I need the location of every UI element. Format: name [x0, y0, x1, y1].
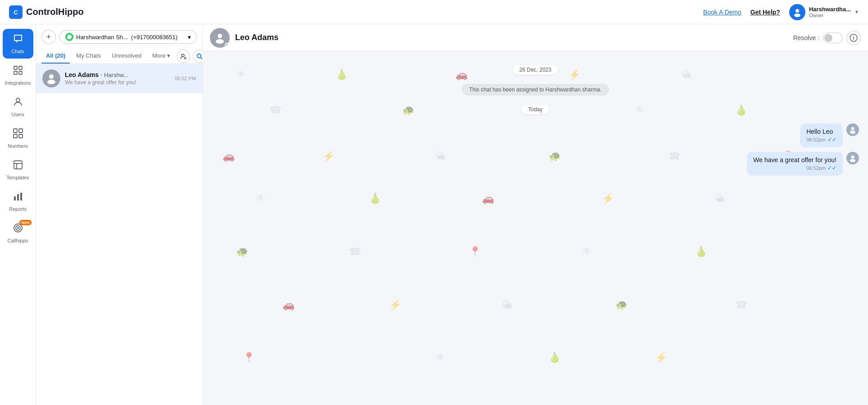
- header-right: Book A Demo Get Help? Harshwardha... Own…: [703, 4, 859, 20]
- chat-list-item[interactable]: Leo Adams › Harshw... We have a great of…: [36, 64, 202, 93]
- number-selector[interactable]: Harshwardhan Sh... (+917000083651) ▾: [59, 30, 197, 44]
- bg-icon: 🍐: [695, 246, 707, 258]
- svg-point-28: [47, 80, 55, 84]
- number-selector-chevron: ▾: [188, 34, 191, 41]
- chat-list-panel: + Harshwardhan Sh... (+917000083651) ▾ A…: [36, 24, 203, 405]
- user-profile-menu[interactable]: Harshwardha... Owner ▼: [789, 4, 859, 20]
- svg-rect-4: [14, 66, 17, 69]
- sidebar-item-integrations[interactable]: Integrations: [3, 60, 33, 90]
- whatsapp-icon: [65, 33, 73, 41]
- chat-arrow-icon: ›: [100, 72, 102, 78]
- left-nav: Chats Integrations Users: [0, 24, 36, 405]
- bg-icon: ☎: [349, 246, 361, 258]
- main-layout: Chats Integrations Users: [0, 24, 868, 405]
- message-bubble: Hello Leo 06:52pm ✓✓: [800, 123, 843, 147]
- sidebar-item-reports[interactable]: Reports: [3, 187, 33, 216]
- svg-rect-11: [14, 134, 17, 138]
- chat-window-header: Leo Adams Resolve : i: [203, 24, 868, 51]
- sender-avatar: [846, 123, 859, 136]
- system-bubble: This chat has been assigned to Harshward…: [462, 84, 609, 96]
- resolve-toggle[interactable]: [823, 32, 843, 43]
- outgoing-message-row: Hello Leo 06:52pm ✓✓: [212, 123, 859, 147]
- get-help-link[interactable]: Get Help?: [750, 9, 780, 16]
- chats-icon: [13, 33, 23, 47]
- templates-label: Templates: [6, 175, 29, 180]
- add-chat-button[interactable]: +: [41, 30, 56, 44]
- user-info: Harshwardha... Owner: [809, 6, 851, 18]
- chat-window: Leo Adams Resolve : i 👁 🍐: [203, 24, 868, 405]
- user-avatar: [789, 4, 805, 20]
- chat-contact-name: Leo Adams: [65, 71, 99, 78]
- sidebar-item-templates[interactable]: Templates: [3, 155, 33, 185]
- top-header: C ControlHippo Book A Demo Get Help? Har…: [0, 0, 868, 24]
- svg-line-26: [201, 57, 203, 59]
- svg-text:i: i: [853, 35, 854, 41]
- bg-icon: 👁: [256, 193, 266, 205]
- svg-rect-17: [17, 194, 19, 200]
- tab-all[interactable]: All (20): [41, 49, 70, 64]
- date-divider: 26 Dec, 2023: [212, 65, 859, 75]
- message-text-2: We have a great offer for you!: [753, 156, 836, 164]
- bg-icon: 🚗: [482, 193, 494, 205]
- svg-rect-7: [19, 71, 22, 74]
- svg-point-21: [17, 227, 19, 229]
- outgoing-message-row-2: We have a great offer for you! 06:52pm ✓…: [212, 152, 859, 176]
- users-icon: [13, 96, 23, 110]
- svg-point-2: [795, 9, 799, 13]
- bg-icon: ⚡: [655, 352, 667, 364]
- bg-icon: 🐢: [236, 246, 248, 258]
- svg-point-8: [16, 98, 20, 102]
- message-bubble-2: We have a great offer for you! 06:52pm ✓…: [747, 152, 843, 176]
- contact-name: Leo Adams: [235, 33, 788, 42]
- tab-more[interactable]: More ▾: [148, 49, 175, 64]
- resolve-area: Resolve : i: [793, 31, 861, 45]
- today-divider: Today: [212, 105, 859, 114]
- date-badge: 26 Dec, 2023: [513, 65, 558, 75]
- add-member-button[interactable]: [177, 50, 190, 63]
- reports-icon: [13, 191, 23, 205]
- svg-rect-9: [14, 129, 17, 132]
- numbers-label: Numbers: [8, 143, 28, 149]
- message-time: 06:52pm: [806, 137, 826, 142]
- avatar-placeholder: [42, 69, 60, 87]
- chat-list-top: + Harshwardhan Sh... (+917000083651) ▾: [41, 30, 197, 44]
- svg-point-36: [850, 159, 855, 162]
- contact-status-dot: [225, 43, 229, 47]
- svg-point-35: [851, 155, 854, 159]
- chat-messages[interactable]: 👁 🍐 🚗 ⚡ 🌥 ☎ 🐢 📍 👁 🍐 🚗 ⚡ 🌥 🐢 ☎ 📍 👁 🍐 🚗: [203, 51, 868, 405]
- bg-icon: 📍: [469, 246, 481, 258]
- svg-rect-5: [19, 66, 22, 69]
- svg-point-27: [49, 74, 54, 79]
- tab-actions: [177, 50, 206, 63]
- message-text: Hello Leo: [806, 128, 836, 135]
- chat-name-row: Leo Adams › Harshw...: [65, 71, 170, 78]
- tab-unresolved[interactable]: Unresolved: [107, 49, 146, 64]
- svg-point-3: [794, 14, 800, 17]
- svg-point-30: [216, 39, 224, 44]
- app-logo-icon: C: [9, 5, 23, 19]
- toggle-knob: [824, 34, 832, 42]
- bg-icon: 🍐: [549, 352, 561, 364]
- book-demo-link[interactable]: Book A Demo: [703, 9, 741, 16]
- svg-point-34: [850, 131, 855, 134]
- info-button[interactable]: i: [846, 31, 861, 45]
- chat-info: Leo Adams › Harshw... We have a great of…: [65, 71, 170, 86]
- svg-text:C: C: [14, 9, 18, 16]
- logo-area: C ControlHippo: [9, 5, 84, 19]
- svg-point-33: [851, 127, 854, 130]
- sidebar-item-chats[interactable]: Chats: [3, 29, 33, 59]
- integrations-icon: [13, 65, 23, 78]
- svg-rect-10: [19, 129, 23, 132]
- bg-icon: ☎: [735, 299, 747, 311]
- templates-icon: [13, 159, 23, 173]
- messages-content: 26 Dec, 2023 This chat has been assigned…: [212, 60, 859, 176]
- sidebar-item-users[interactable]: Users: [3, 92, 33, 122]
- sender-avatar-2: [846, 152, 859, 164]
- sidebar-item-numbers[interactable]: Numbers: [3, 123, 33, 153]
- chat-assigned-to: Harshw...: [104, 72, 128, 78]
- tab-my-chats[interactable]: My Chats: [72, 49, 105, 64]
- chat-time: 06:52 PM: [175, 76, 196, 81]
- sidebar-item-callhippo[interactable]: New Callhippo: [3, 218, 33, 248]
- chevron-down-icon: ▼: [854, 9, 859, 14]
- bg-icon: 🌥: [715, 193, 725, 205]
